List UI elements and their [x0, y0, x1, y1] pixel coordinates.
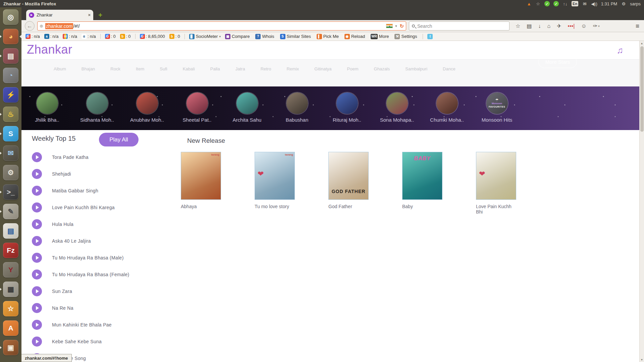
seo-stat-google-backlinks[interactable]: G: 8,65,000 [135, 34, 165, 39]
seo-toolbar-button-compare[interactable]: ▣ Compare [225, 34, 251, 39]
nav-item[interactable]: Jatra [235, 66, 245, 86]
album-card[interactable]: tarang Abhaya [181, 152, 221, 215]
star-item-Sidhanta Moh..[interactable]: Sidhanta Moh.. [72, 86, 122, 130]
play-icon[interactable] [32, 186, 42, 196]
flag-dropdown-icon[interactable]: ▼ [395, 24, 398, 28]
song-row[interactable]: Na Re Na [32, 300, 129, 316]
tray-icon-status-green-2[interactable]: ✓ [553, 1, 559, 6]
launcher-item-ubuntu-dash[interactable]: ◎ [0, 7, 21, 27]
site-identity-icon[interactable]: ⊕ [40, 23, 43, 28]
star-item-Chumki Moha..[interactable]: Chumki Moha.. [422, 86, 472, 130]
song-row[interactable]: Love Pain Kuchh Bhi Karega [32, 199, 129, 216]
song-row[interactable]: Tora Pade Katha [32, 149, 129, 166]
launcher-item-wine[interactable]: Y [0, 260, 21, 280]
seo-stat-alexa-rank[interactable]: a: n/a [44, 34, 59, 39]
launcher-item-teapot[interactable]: ♨ [0, 105, 21, 124]
nav-item[interactable]: Rock [110, 66, 120, 86]
launcher-item-folder-favourites[interactable]: ☆ [0, 299, 21, 318]
tray-icon-vlc[interactable]: ▲ [526, 1, 532, 7]
reload-icon[interactable]: ↻ [399, 23, 404, 29]
tray-icon-network-updown[interactable]: ↑↓ [562, 1, 568, 7]
new-tab-button[interactable]: + [95, 11, 106, 19]
song-row[interactable]: Tu Mo Hrudaya Ra Bhasa (Female) [32, 266, 129, 283]
star-item-Sheetal Pat..[interactable]: Sheetal Pat.. [172, 86, 222, 130]
toolbar-action-icon-download-arrow[interactable]: ↓ [538, 23, 541, 29]
play-icon[interactable] [32, 320, 42, 330]
launcher-item-terminal[interactable]: >_ [0, 182, 21, 202]
tray-icon-volume[interactable]: ◀)) [591, 1, 597, 7]
music-note-icon[interactable]: ♫ [617, 45, 624, 56]
song-row[interactable]: Aska 40 Le Jaljira [32, 233, 129, 249]
seo-stat-bing-index[interactable]: b: 0 [120, 34, 131, 39]
launcher-item-remote-desktop[interactable]: ⚡ [0, 85, 21, 105]
star-item-Monsoon Hits[interactable]: ☂ Monsoon FAVOURITES Monsoon Hits [472, 86, 522, 130]
seo-toolbar-button-whois[interactable]: ? Whois [255, 34, 275, 39]
toolbar-action-icon-extension-dots[interactable]: •••| [568, 23, 576, 29]
url-bar[interactable]: ⊕ zhankar.com/#!/ ▼ ↻ [37, 21, 406, 31]
seo-stat-google-index[interactable]: G: 0 [100, 34, 116, 39]
launcher-item-filezilla[interactable]: Fz [0, 241, 21, 260]
scroll-up-icon[interactable]: ▲ [641, 41, 643, 46]
nav-item[interactable]: Poem [347, 66, 359, 86]
page-scrollbar[interactable]: ▲ ▼ [639, 41, 644, 362]
play-icon[interactable] [32, 169, 42, 179]
launcher-item-libreoffice-writer[interactable]: ▤ [0, 221, 21, 241]
launcher-item-system-settings[interactable]: ⚙ [0, 163, 21, 182]
song-row[interactable]: Sun Zara [32, 283, 129, 300]
album-card[interactable]: GOD FATHER God Father [328, 152, 369, 215]
nav-item[interactable]: Bhajan [82, 66, 95, 86]
nav-item[interactable]: Sambalpuri [405, 66, 427, 86]
star-item-Anubhav Moh..[interactable]: Anubhav Moh.. [122, 86, 172, 130]
toolbar-action-icon-home[interactable]: ⌂ [547, 23, 551, 29]
seo-stat-alpha-rank[interactable]: α: n/a [82, 34, 96, 39]
back-button[interactable]: ← [25, 21, 35, 31]
song-row[interactable]: Hula Hula [32, 216, 129, 233]
seo-toolbar-button-more[interactable]: WR More [371, 34, 390, 39]
play-icon[interactable] [32, 303, 42, 313]
toolbar-action-icon-reading-list[interactable]: ▤ [527, 23, 532, 29]
song-row[interactable]: Mun Kahinki Ete Bhala Pae [32, 316, 129, 333]
nav-item[interactable]: Sufi [160, 66, 167, 86]
album-card[interactable]: tarang ❤ Tu mo love story [255, 152, 295, 215]
seo-stat-bing-backlinks[interactable]: b: 0 [169, 34, 180, 39]
tray-icon-keyboard-layout[interactable]: En [572, 1, 578, 6]
tray-icon-folder-star[interactable]: ☆ [535, 1, 541, 7]
star-item-Archita Sahu[interactable]: Archita Sahu [222, 86, 272, 130]
launcher-item-text-editor[interactable]: ✎ [0, 202, 21, 221]
star-item-Sona Mohapa..[interactable]: Sona Mohapa.. [372, 86, 422, 130]
nav-item[interactable]: Kabali [183, 66, 195, 86]
play-icon[interactable] [32, 219, 42, 229]
seo-stat-google-pagerank[interactable]: G: n/a [25, 34, 40, 39]
play-icon[interactable] [32, 286, 42, 296]
scrollbar-thumb[interactable] [640, 46, 644, 132]
song-row[interactable]: Shehjadi [32, 166, 129, 182]
launcher-item-file-cabinet[interactable]: ▤ [0, 46, 21, 66]
tab-close-icon[interactable]: × [88, 12, 91, 17]
hamburger-menu-icon[interactable]: ≡ [636, 22, 639, 30]
launcher-item-thunderbird[interactable]: ✉ [0, 143, 21, 163]
song-row[interactable]: Tu Mo Hrudaya Ra Bhasa (Male) [32, 249, 129, 266]
toolbar-action-icon-feedback-smiley[interactable]: ☺ [581, 23, 587, 29]
launcher-item-software-center[interactable]: A [0, 318, 21, 338]
session-gear-icon[interactable]: ⚙ [621, 1, 626, 7]
star-item-Babushan[interactable]: Babushan [272, 86, 322, 130]
nav-item[interactable]: Item [136, 66, 144, 86]
nav-item[interactable]: Ghazals [374, 66, 390, 86]
album-card[interactable]: BABY Baby [402, 152, 442, 215]
seo-stat-people-rank[interactable]: iii: n/a [63, 34, 77, 39]
india-flag-icon[interactable] [386, 24, 393, 28]
launcher-item-chromium[interactable]: ◔ [0, 66, 21, 85]
play-icon[interactable] [32, 236, 42, 246]
star-item-Jhilik Bha..[interactable]: Jhilik Bha.. [22, 86, 72, 130]
session-user[interactable]: sarps [630, 1, 641, 6]
seo-toolbar-button-pick-me[interactable]: ▌ Pick Me [317, 34, 340, 39]
album-card[interactable]: ❤ Love Pain Kuchh Bhi [476, 152, 516, 215]
nav-item[interactable]: Dance [443, 66, 455, 86]
more-stars-button[interactable]: More Stars [538, 56, 577, 68]
launcher-item-firefox[interactable]: ◕ [0, 27, 21, 46]
search-input[interactable]: Search [409, 21, 509, 31]
seo-toolbar-button-settings[interactable]: ⚒ Settings [394, 34, 418, 39]
nav-item[interactable]: Album [54, 66, 66, 86]
play-icon[interactable] [32, 202, 42, 213]
nav-item[interactable]: Gitinatya [314, 66, 331, 86]
